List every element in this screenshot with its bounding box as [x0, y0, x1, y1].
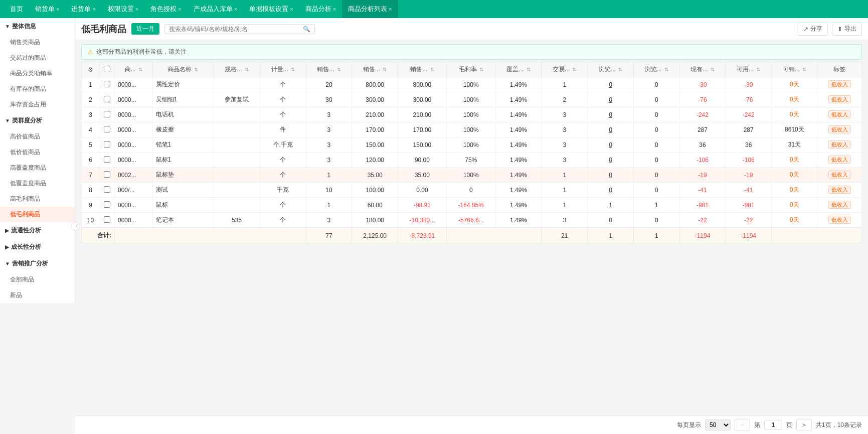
sidebar-item-new-products[interactable]: 新品 [0, 287, 75, 303]
select-all-checkbox[interactable] [104, 66, 110, 72]
row-select-checkbox[interactable] [104, 171, 110, 178]
row-name[interactable]: 测试 [152, 183, 214, 198]
nav-template-settings-close[interactable]: × [290, 6, 293, 12]
row-checkbox[interactable] [100, 153, 115, 168]
col-checkbox[interactable] [100, 62, 115, 77]
export-button[interactable]: ⬆ 导出 [832, 22, 862, 36]
sidebar-item-low-margin[interactable]: 低毛利商品 [0, 207, 75, 222]
row-select-checkbox[interactable] [104, 96, 110, 102]
sidebar-collapse-button[interactable]: 《 [71, 222, 80, 231]
sidebar-section-cluster[interactable]: ▼ 类群度分析 [0, 112, 75, 129]
row-checkbox[interactable] [100, 137, 115, 153]
nav-home[interactable]: 首页 [4, 0, 29, 18]
sidebar-item-category-rate[interactable]: 商品分类助销率 [0, 66, 75, 81]
row-name[interactable]: 电话机 [152, 107, 214, 122]
row-select-checkbox[interactable] [104, 186, 110, 193]
row-checkbox[interactable] [100, 213, 115, 228]
nav-permissions-close[interactable]: × [135, 6, 138, 12]
col-sale-count-header[interactable]: 销售... ⇅ [306, 62, 352, 77]
col-trade-header[interactable]: 交易... ⇅ [542, 62, 588, 77]
row-view1[interactable]: 0 [588, 213, 634, 228]
row-checkbox[interactable] [100, 107, 115, 122]
row-select-checkbox[interactable] [104, 201, 110, 208]
sidebar-item-high-coverage[interactable]: 高覆盖度商品 [0, 160, 75, 176]
row-name[interactable]: 鼠标 [152, 198, 214, 213]
nav-product-analysis-list-close[interactable]: × [389, 6, 392, 12]
prev-page-button[interactable]: ＜ [735, 419, 750, 431]
nav-permissions[interactable]: 权限设置 × [102, 0, 144, 18]
row-checkbox[interactable] [100, 198, 115, 213]
search-input[interactable] [169, 26, 303, 33]
col-code-header[interactable]: 商... ⇅ [115, 62, 153, 77]
nav-role-auth[interactable]: 角色授权 × [144, 0, 187, 18]
row-view1[interactable]: 0 [588, 92, 634, 107]
row-view1[interactable]: 0 [588, 183, 634, 198]
row-name[interactable]: 笔记本 [152, 213, 214, 228]
sidebar-section-growth[interactable]: ▶ 成长性分析 [0, 239, 75, 255]
row-checkbox[interactable] [100, 122, 115, 137]
sidebar-item-stock-capital[interactable]: 库存资金占用 [0, 97, 75, 112]
sidebar-item-all-products[interactable]: 全部商品 [0, 272, 75, 287]
nav-role-auth-close[interactable]: × [178, 6, 181, 12]
row-name[interactable]: 吴细细1 [152, 92, 214, 107]
sidebar-item-sales-products[interactable]: 销售类商品 [0, 35, 75, 50]
table-container[interactable]: ⚙ 商... ⇅ 商品名称 ⇅ [75, 62, 868, 415]
col-view1-header[interactable]: 浏览... ⇅ [588, 62, 634, 77]
row-select-checkbox[interactable] [104, 111, 110, 117]
sidebar-item-stock-products[interactable]: 有库存的商品 [0, 81, 75, 97]
col-unit-header[interactable]: 计量... ⇅ [260, 62, 306, 77]
nav-product-in[interactable]: 产成品入库单 × [188, 0, 243, 18]
row-view1[interactable]: 0 [588, 107, 634, 122]
row-select-checkbox[interactable] [104, 216, 110, 223]
col-sale-profit-header[interactable]: 销售... ⇅ [398, 62, 447, 77]
page-size-select[interactable]: 50 100 200 [705, 419, 731, 430]
date-filter-button[interactable]: 近一月 [131, 23, 159, 35]
nav-purchase-order[interactable]: 进货单 × [65, 0, 101, 18]
nav-product-analysis[interactable]: 商品分析 × [299, 0, 342, 18]
row-view1[interactable]: 0 [588, 137, 634, 153]
page-number-input[interactable] [764, 420, 782, 430]
sidebar-section-marketing[interactable]: ▼ 营销推广分析 [0, 255, 75, 272]
col-coverage-header[interactable]: 覆盖... ⇅ [495, 62, 542, 77]
next-page-button[interactable]: ＞ [796, 419, 812, 431]
row-view1[interactable]: 0 [588, 153, 634, 168]
settings-icon[interactable]: ⚙ [88, 66, 93, 73]
nav-product-analysis-list[interactable]: 商品分析列表 × [342, 0, 398, 18]
row-name[interactable]: 鼠标垫 [152, 168, 214, 183]
row-name[interactable]: 属性定价 [152, 77, 214, 92]
row-name[interactable]: 铅笔1 [152, 137, 214, 153]
nav-product-in-close[interactable]: × [234, 6, 237, 12]
row-name[interactable]: 鼠标1 [152, 153, 214, 168]
row-select-checkbox[interactable] [104, 156, 110, 163]
row-checkbox[interactable] [100, 77, 115, 92]
row-view1[interactable]: 0 [588, 77, 634, 92]
col-name-header[interactable]: 商品名称 ⇅ [152, 62, 214, 77]
row-select-checkbox[interactable] [104, 126, 110, 132]
col-tag-header[interactable]: 标签 [817, 62, 861, 77]
sidebar-section-flow[interactable]: ▶ 流通性分析 [0, 222, 75, 239]
sidebar-item-low-value[interactable]: 低价值商品 [0, 144, 75, 160]
row-select-checkbox[interactable] [104, 81, 110, 87]
sidebar-item-traded-products[interactable]: 交易过的商品 [0, 50, 75, 66]
sidebar-item-low-coverage[interactable]: 低覆盖度商品 [0, 176, 75, 191]
sidebar-section-overall[interactable]: ▼ 整体信息 [0, 18, 75, 35]
nav-sales-order-close[interactable]: × [56, 6, 59, 12]
col-spec-header[interactable]: 规格... ⇅ [214, 62, 260, 77]
sidebar-item-high-margin[interactable]: 高毛利商品 [0, 191, 75, 207]
share-button[interactable]: ↗ 分享 [798, 22, 828, 36]
nav-sales-order[interactable]: 销货单 × [29, 0, 65, 18]
row-view1[interactable]: 0 [588, 168, 634, 183]
row-name[interactable]: 橡皮擦 [152, 122, 214, 137]
row-select-checkbox[interactable] [104, 141, 110, 148]
nav-purchase-order-close[interactable]: × [92, 6, 95, 12]
row-checkbox[interactable] [100, 183, 115, 198]
col-available-header[interactable]: 可用... ⇅ [726, 62, 772, 77]
col-sale-amount-header[interactable]: 销售... ⇅ [352, 62, 398, 77]
col-gross-margin-header[interactable]: 毛利率 ⇅ [446, 62, 495, 77]
row-checkbox[interactable] [100, 168, 115, 183]
nav-template-settings[interactable]: 单据模板设置 × [243, 0, 299, 18]
row-view1[interactable]: 0 [588, 122, 634, 137]
row-view1[interactable]: 1 [588, 198, 634, 213]
col-settings[interactable]: ⚙ [82, 62, 100, 77]
nav-product-analysis-close[interactable]: × [333, 6, 336, 12]
